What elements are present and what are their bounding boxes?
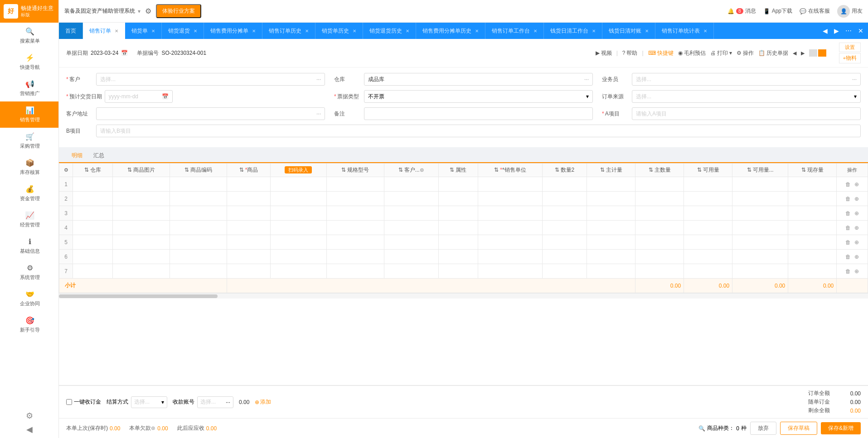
order-source-select[interactable]: 选择... ▾ — [632, 90, 861, 103]
tab-sales-report[interactable]: 销售订单统计表 ✕ — [655, 23, 714, 39]
customer-input[interactable]: 选择... ··· — [96, 73, 325, 86]
tab-sales-return[interactable]: 销货退货 ✕ — [162, 23, 204, 39]
shortcut-action[interactable]: ⌨ 快捷键 — [648, 49, 674, 57]
profit-action[interactable]: ◉ 毛利预估 — [678, 49, 706, 57]
note-input[interactable] — [364, 107, 593, 120]
sidebar-item-marketing[interactable]: 📢 营销推广 — [0, 75, 58, 101]
tab-cash-workbench[interactable]: 钱货日清工作台 ✕ — [544, 23, 602, 39]
warehouse-more-btn[interactable]: ··· — [584, 76, 589, 82]
invoice-select[interactable]: 不开票 ▾ — [364, 90, 593, 103]
th-scan[interactable]: 扫码录入 — [270, 164, 327, 177]
online-service-item[interactable]: 💬 在线客服 — [800, 7, 830, 15]
print-action[interactable]: 🖨 打印 ▾ — [710, 49, 732, 57]
topbar-settings-icon[interactable]: ⚙ — [145, 7, 151, 15]
tabs-more-icon[interactable]: ⋯ — [843, 26, 854, 35]
row-delete-icon[interactable]: 🗑 — [845, 254, 851, 260]
calendar-icon[interactable]: 📅 — [121, 50, 128, 56]
one-click-checkbox-input[interactable] — [66, 399, 72, 405]
delivery-date-input[interactable]: yyyy-mm-dd 📅 — [105, 90, 173, 103]
settings-bottom-icon[interactable]: ⚙ — [26, 411, 33, 421]
history-action[interactable]: 📋 历史单据 — [758, 49, 788, 57]
discard-button[interactable]: 放弃 — [750, 422, 776, 435]
b-project-input[interactable]: 请输入B项目 — [96, 125, 861, 137]
tab-expense-history[interactable]: 销售费用分摊单历史 ✕ — [416, 23, 485, 39]
scan-button[interactable]: 扫码录入 — [285, 166, 312, 173]
sidebar-item-inventory[interactable]: 📦 库存核算 — [0, 154, 58, 180]
sidebar-item-search[interactable]: 🔍 搜索菜单 — [0, 23, 58, 49]
save-new-button[interactable]: 保存&新增 — [821, 422, 861, 434]
tab-detail[interactable]: 明细 — [66, 149, 88, 163]
sidebar-item-quicknav[interactable]: ⚡ 快捷导航 — [0, 49, 58, 75]
sidebar-item-newuser[interactable]: 🎯 新手引导 — [0, 312, 58, 338]
tab-close-icon[interactable]: ✕ — [592, 29, 596, 34]
help-action[interactable]: ? 帮助 — [622, 49, 638, 57]
row-copy-icon[interactable]: ⊕ — [854, 254, 859, 260]
tab-close-icon[interactable]: ✕ — [194, 29, 197, 34]
tabs-close-all-icon[interactable]: ✕ — [855, 26, 866, 35]
row-copy-icon[interactable]: ⊕ — [854, 225, 859, 231]
sidebar-item-sales[interactable]: 📊 销售管理 — [0, 101, 58, 128]
scrollbar-thumb[interactable] — [59, 294, 218, 298]
tab-sales-history[interactable]: 销售订单历史 ✕ — [262, 23, 315, 39]
tab-slip-history[interactable]: 销货单历史 ✕ — [315, 23, 363, 39]
tab-close-icon[interactable]: ✕ — [252, 29, 256, 34]
row-delete-icon[interactable]: 🗑 — [845, 268, 851, 274]
a-project-input[interactable]: 请输入A项目 — [632, 107, 861, 120]
row-delete-icon[interactable]: 🗑 — [845, 196, 851, 202]
row-copy-icon[interactable]: ⊕ — [854, 239, 859, 245]
print-arrow[interactable]: ▾ — [729, 50, 732, 56]
tab-close-icon[interactable]: ✕ — [115, 29, 118, 34]
tab-close-icon[interactable]: ✕ — [533, 29, 537, 34]
salesman-input[interactable]: 选择... ··· — [632, 73, 861, 86]
one-click-checkbox[interactable]: 一键收订金 — [66, 398, 101, 406]
tab-close-icon[interactable]: ✕ — [305, 29, 309, 34]
add-button[interactable]: ⊕ 添加 — [255, 398, 271, 406]
addr-more-btn[interactable]: ··· — [316, 111, 321, 117]
sidebar-item-collab[interactable]: 🤝 企业协同 — [0, 285, 58, 312]
add-product-button[interactable]: +物料 — [839, 53, 861, 63]
topbar-dropdown-arrow[interactable]: ▾ — [138, 8, 141, 14]
tab-close-icon[interactable]: ✕ — [151, 29, 155, 34]
tab-sales-order[interactable]: 销售订单 ✕ — [83, 23, 125, 39]
row-copy-icon[interactable]: ⊕ — [854, 210, 859, 217]
settings-button[interactable]: 设置 — [839, 43, 861, 52]
row-delete-icon[interactable]: 🗑 — [845, 210, 851, 217]
operate-action[interactable]: ⚙ 操作 — [737, 49, 754, 57]
video-action[interactable]: ▶ 视频 — [596, 49, 612, 57]
tab-cash-account[interactable]: 钱货日清对账 ✕ — [602, 23, 655, 39]
row-copy-icon[interactable]: ⊕ — [854, 196, 859, 202]
bank-more-btn[interactable]: ··· — [226, 399, 230, 405]
tabs-next-icon[interactable]: ▶ — [831, 26, 842, 35]
view-toggle[interactable] — [809, 49, 826, 57]
tab-sales-slip[interactable]: 销货单 ✕ — [125, 23, 162, 39]
tab-order-workbench[interactable]: 销售订单工作台 ✕ — [485, 23, 544, 39]
sidebar-item-operations[interactable]: 📈 经营管理 — [0, 207, 58, 233]
sidebar-item-finance[interactable]: 💰 资金管理 — [0, 180, 58, 207]
tab-close-icon[interactable]: ✕ — [645, 29, 649, 34]
notification-item[interactable]: 🔔 8 消息 — [727, 7, 756, 15]
row-copy-icon[interactable]: ⊕ — [854, 181, 859, 188]
tab-close-icon[interactable]: ✕ — [475, 29, 479, 34]
save-draft-button[interactable]: 保存草稿 — [780, 422, 817, 435]
prev-record-icon[interactable]: ◀ — [793, 50, 796, 56]
row-delete-icon[interactable]: 🗑 — [845, 239, 851, 245]
warehouse-input[interactable]: 成品库 ··· — [364, 73, 593, 86]
tab-close-icon[interactable]: ✕ — [406, 29, 409, 34]
user-profile[interactable]: 👤 用友 — [837, 5, 863, 18]
industry-solution-button[interactable]: 体验行业方案 — [156, 4, 201, 18]
row-copy-icon[interactable]: ⊕ — [854, 268, 859, 274]
scrollbar-area[interactable] — [59, 293, 868, 298]
payment-method-select[interactable]: 选择... ▾ — [131, 396, 167, 408]
tab-summary[interactable]: 汇总 — [88, 149, 110, 163]
app-download-item[interactable]: 📱 App下载 — [763, 7, 792, 15]
salesman-more-btn[interactable]: ··· — [852, 76, 857, 82]
tab-sales-expense[interactable]: 销售费用分摊单 ✕ — [204, 23, 262, 39]
list-view-icon[interactable] — [809, 49, 817, 57]
th-settings[interactable]: ⚙ — [59, 164, 73, 177]
next-record-icon[interactable]: ▶ — [801, 50, 805, 56]
row-delete-icon[interactable]: 🗑 — [845, 225, 851, 231]
bank-account-select[interactable]: 选择... ··· — [197, 396, 233, 408]
tab-close-icon[interactable]: ✕ — [353, 29, 356, 34]
row-delete-icon[interactable]: 🗑 — [845, 181, 851, 188]
tab-home[interactable]: 首页 — [59, 23, 83, 39]
